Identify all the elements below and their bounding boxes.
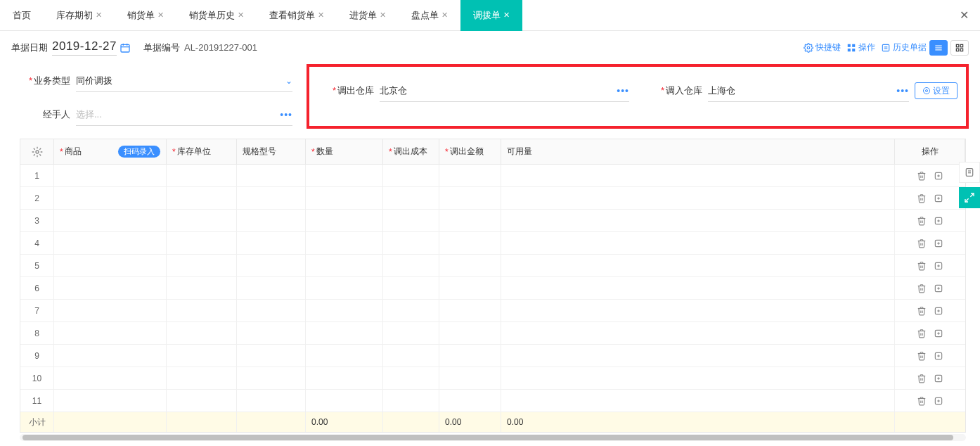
close-icon[interactable]: ✕	[318, 11, 324, 20]
horizontal-scrollbar[interactable]	[20, 434, 966, 441]
cell-unit[interactable]	[167, 277, 237, 299]
table-row[interactable]: 4	[20, 232, 965, 255]
cell-unit[interactable]	[167, 322, 237, 344]
cell-amount[interactable]	[439, 165, 501, 186]
cell-qty[interactable]	[306, 232, 383, 254]
tab-sales-order[interactable]: 销货单✕	[115, 0, 176, 31]
delete-icon[interactable]	[917, 238, 927, 248]
operate-link[interactable]: 操作	[846, 42, 875, 53]
cell-product[interactable]	[54, 255, 167, 276]
delete-icon[interactable]	[917, 306, 927, 316]
delete-icon[interactable]	[917, 283, 927, 293]
table-row[interactable]: 8	[20, 322, 965, 345]
table-row[interactable]: 7	[20, 300, 965, 322]
cell-product[interactable]	[54, 232, 167, 254]
cell-cost[interactable]	[383, 300, 439, 321]
add-icon[interactable]	[934, 193, 943, 203]
cell-unit[interactable]	[167, 187, 237, 209]
add-icon[interactable]	[934, 306, 943, 316]
cell-cost[interactable]	[383, 210, 439, 231]
close-icon[interactable]: ✕	[503, 11, 510, 20]
cell-amount[interactable]	[439, 232, 501, 254]
add-icon[interactable]	[934, 374, 943, 383]
table-row[interactable]: 2	[20, 187, 965, 210]
cell-product[interactable]	[54, 390, 167, 412]
add-icon[interactable]	[934, 351, 943, 361]
close-icon[interactable]: ✕	[157, 11, 164, 20]
cell-cost[interactable]	[383, 187, 439, 209]
cell-avail[interactable]	[501, 322, 895, 344]
cell-qty[interactable]	[306, 390, 383, 412]
cell-qty[interactable]	[306, 345, 383, 367]
add-icon[interactable]	[934, 216, 943, 226]
cell-avail[interactable]	[501, 255, 895, 276]
cell-amount[interactable]	[439, 255, 501, 276]
shortcut-link[interactable]: 快捷键	[804, 42, 841, 53]
cell-product[interactable]	[54, 210, 167, 231]
add-icon[interactable]	[934, 171, 943, 181]
table-row[interactable]: 5	[20, 255, 965, 277]
cell-unit[interactable]	[167, 255, 237, 276]
cell-spec[interactable]	[237, 165, 306, 186]
cell-cost[interactable]	[383, 165, 439, 186]
cell-unit[interactable]	[167, 165, 237, 186]
table-row[interactable]: 10	[20, 367, 965, 390]
cell-qty[interactable]	[306, 165, 383, 186]
history-link[interactable]: 历史单据	[881, 42, 927, 53]
cell-spec[interactable]	[237, 187, 306, 209]
cell-amount[interactable]	[439, 322, 501, 344]
cell-unit[interactable]	[167, 210, 237, 231]
cell-cost[interactable]	[383, 367, 439, 389]
delete-icon[interactable]	[917, 171, 927, 181]
cell-spec[interactable]	[237, 322, 306, 344]
cell-avail[interactable]	[501, 390, 895, 412]
cell-spec[interactable]	[237, 390, 306, 412]
cell-spec[interactable]	[237, 367, 306, 389]
cell-qty[interactable]	[306, 300, 383, 321]
cell-cost[interactable]	[383, 277, 439, 299]
cell-avail[interactable]	[501, 232, 895, 254]
cell-unit[interactable]	[167, 300, 237, 321]
cell-amount[interactable]	[439, 277, 501, 299]
out-wh-select[interactable]: 北京仓 •••	[380, 79, 629, 102]
add-icon[interactable]	[934, 261, 943, 271]
gear-icon[interactable]	[32, 146, 43, 158]
delete-icon[interactable]	[917, 193, 927, 203]
cell-spec[interactable]	[237, 210, 306, 231]
cell-cost[interactable]	[383, 322, 439, 344]
tab-stocktake[interactable]: 盘点单✕	[399, 0, 460, 31]
delete-icon[interactable]	[917, 261, 927, 271]
biz-type-select[interactable]: 同价调拨 ⌄	[76, 70, 292, 92]
tab-inventory-init[interactable]: 库存期初✕	[44, 0, 115, 31]
add-icon[interactable]	[934, 238, 943, 248]
close-icon[interactable]: ✕	[441, 11, 448, 20]
cell-spec[interactable]	[237, 300, 306, 321]
cell-avail[interactable]	[501, 345, 895, 367]
cell-avail[interactable]	[501, 277, 895, 299]
table-row[interactable]: 9	[20, 345, 965, 367]
table-row[interactable]: 3	[20, 210, 965, 232]
cell-unit[interactable]	[167, 232, 237, 254]
table-row[interactable]: 11	[20, 390, 965, 412]
add-icon[interactable]	[934, 396, 943, 406]
cell-unit[interactable]	[167, 390, 237, 412]
cell-qty[interactable]	[306, 210, 383, 231]
cell-unit[interactable]	[167, 345, 237, 367]
cell-amount[interactable]	[439, 345, 501, 367]
cell-spec[interactable]	[237, 232, 306, 254]
in-wh-select[interactable]: 上海仓 •••	[708, 79, 909, 102]
delete-icon[interactable]	[917, 329, 927, 338]
close-icon[interactable]: ✕	[96, 11, 102, 20]
cell-qty[interactable]	[306, 187, 383, 209]
cell-spec[interactable]	[237, 255, 306, 276]
tab-purchase-order[interactable]: 进货单✕	[337, 0, 399, 31]
tab-transfer-order[interactable]: 调拨单✕	[460, 0, 522, 31]
cell-cost[interactable]	[383, 390, 439, 412]
cell-avail[interactable]	[501, 300, 895, 321]
grid-view-button[interactable]	[950, 40, 969, 56]
cell-product[interactable]	[54, 187, 167, 209]
cell-avail[interactable]	[501, 210, 895, 231]
scan-badge[interactable]: 扫码录入	[118, 146, 160, 158]
cell-avail[interactable]	[501, 165, 895, 186]
tab-home[interactable]: 首页	[0, 0, 44, 31]
